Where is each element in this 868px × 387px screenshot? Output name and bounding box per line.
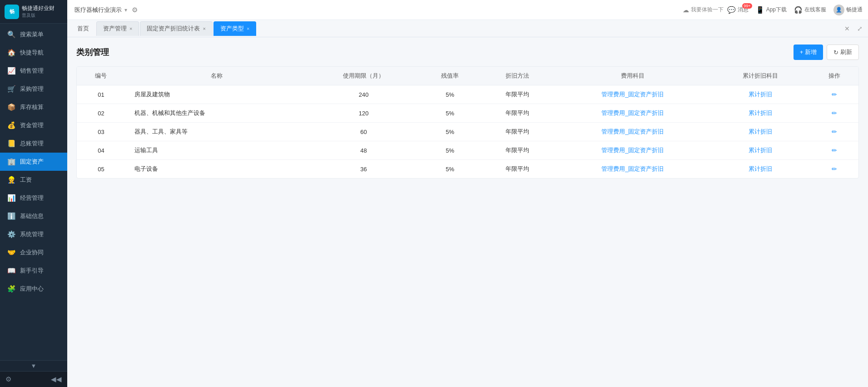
table-row: 02 机器、机械和其他生产设备 120 5% 年限平均 管理费用_固定资产折旧 …: [77, 104, 858, 123]
col-header-4: 折旧方法: [481, 67, 554, 85]
new-button[interactable]: + 新增: [794, 45, 823, 60]
tab-2[interactable]: 固定资产折旧统计表×: [140, 21, 212, 36]
tab-label-3: 资产类型: [220, 25, 244, 33]
settings-icon[interactable]: ⚙: [5, 375, 11, 383]
sidebar-item-4[interactable]: 📦库存核算: [0, 98, 67, 116]
sidebar-item-7[interactable]: 🏢固定资产: [0, 153, 67, 171]
cell-months-2: 60: [308, 123, 420, 141]
sidebar-label-8: 工资: [20, 176, 32, 184]
sidebar-icon-4: 📦: [7, 103, 15, 111]
app-logo-icon: 畅: [5, 5, 19, 19]
sidebar-item-8[interactable]: 👷工资: [0, 171, 67, 189]
service-icon: 🎧: [794, 6, 803, 14]
expand-icon[interactable]: ⤢: [855, 24, 864, 33]
cell-months-4: 36: [308, 160, 420, 179]
cell-expense-3: 管理费用_固定资产折旧: [555, 141, 711, 160]
table-header-row: 编号名称使用期限（月）残值率折旧方法费用科目累计折旧科目操作: [77, 67, 858, 85]
cell-accum-3: 累计折旧: [711, 141, 810, 160]
cell-months-3: 48: [308, 141, 420, 160]
try-experience-btn[interactable]: ☁ 我要体验一下: [683, 6, 724, 14]
message-btn[interactable]: 💬 消息 99+: [727, 6, 749, 14]
tab-close-2[interactable]: ×: [203, 26, 205, 31]
topbar-context: 医疗器械行业演示 ▾ ⚙: [74, 6, 672, 14]
sidebar-item-2[interactable]: 📈销售管理: [0, 62, 67, 80]
sidebar-item-13[interactable]: 📖新手引导: [0, 262, 67, 280]
cell-name-1: 机器、机械和其他生产设备: [125, 104, 308, 123]
tab-label-1: 资产管理: [103, 25, 127, 33]
sidebar-item-6[interactable]: 📒总账管理: [0, 134, 67, 153]
sidebar-scroll-down[interactable]: ▼: [0, 360, 67, 371]
sidebar: 畅 畅捷通好业财 普及版 🔍搜索菜单🏠快捷导航📈销售管理🛒采购管理📦库存核算💰资…: [0, 0, 67, 387]
cell-residual-0: 5%: [419, 85, 481, 104]
col-header-6: 累计折旧科目: [711, 67, 810, 85]
page-title: 类别管理: [76, 47, 109, 58]
sidebar-item-3[interactable]: 🛒采购管理: [0, 80, 67, 98]
sidebar-label-12: 企业协同: [20, 248, 44, 257]
table-row: 05 电子设备 36 5% 年限平均 管理费用_固定资产折旧 累计折旧 ✏: [77, 160, 858, 179]
cell-accum-0: 累计折旧: [711, 85, 810, 104]
cell-months-0: 240: [308, 85, 420, 104]
cloud-icon: ☁: [683, 6, 689, 14]
tab-label-2: 固定资产折旧统计表: [147, 25, 200, 33]
sidebar-item-9[interactable]: 📊经营管理: [0, 189, 67, 207]
tab-1[interactable]: 资产管理×: [96, 21, 139, 36]
tab-label-0: 首页: [77, 25, 89, 33]
category-table-wrapper: 编号名称使用期限（月）残值率折旧方法费用科目累计折旧科目操作 01 房屋及建筑物…: [76, 66, 859, 179]
sidebar-icon-11: ⚙️: [7, 230, 15, 238]
edit-icon-0[interactable]: ✏: [832, 91, 837, 98]
sidebar-icon-10: ℹ️: [7, 212, 15, 220]
sidebar-item-10[interactable]: ℹ️基础信息: [0, 207, 67, 225]
edit-icon-4[interactable]: ✏: [832, 165, 837, 173]
customer-service-btn[interactable]: 🎧 在线客服: [794, 6, 826, 14]
cell-name-0: 房屋及建筑物: [125, 85, 308, 104]
tab-close-3[interactable]: ×: [247, 26, 249, 31]
cell-accum-2: 累计折旧: [711, 123, 810, 141]
sidebar-item-1[interactable]: 🏠快捷导航: [0, 44, 67, 62]
cell-residual-3: 5%: [419, 141, 481, 160]
sidebar-label-10: 基础信息: [20, 212, 44, 220]
edit-icon-1[interactable]: ✏: [832, 109, 837, 117]
cell-action-1[interactable]: ✏: [810, 104, 858, 123]
table-row: 04 运输工具 48 5% 年限平均 管理费用_固定资产折旧 累计折旧 ✏: [77, 141, 858, 160]
edit-icon-3[interactable]: ✏: [832, 147, 837, 154]
sidebar-item-12[interactable]: 🤝企业协同: [0, 243, 67, 262]
user-profile-btn[interactable]: 👤 畅捷通: [833, 5, 863, 15]
sidebar-item-14[interactable]: 🧩应用中心: [0, 280, 67, 298]
edit-icon-2[interactable]: ✏: [832, 128, 837, 135]
download-icon: 📱: [756, 6, 764, 14]
cell-action-0[interactable]: ✏: [810, 85, 858, 104]
col-header-3: 残值率: [419, 67, 481, 85]
tab-close-1[interactable]: ×: [129, 26, 132, 31]
tab-0[interactable]: 首页: [71, 21, 95, 36]
cell-action-3[interactable]: ✏: [810, 141, 858, 160]
main-area: 医疗器械行业演示 ▾ ⚙ ☁ 我要体验一下 💬 消息 99+ 📱 App下载 🎧…: [67, 0, 868, 387]
refresh-icon: ↻: [833, 49, 838, 56]
context-settings-icon[interactable]: ⚙: [132, 6, 138, 14]
sidebar-label-6: 总账管理: [20, 139, 44, 148]
col-header-2: 使用期限（月）: [308, 67, 420, 85]
table-body: 01 房屋及建筑物 240 5% 年限平均 管理费用_固定资产折旧 累计折旧 ✏…: [77, 85, 858, 179]
refresh-button[interactable]: ↻ 刷新: [827, 45, 859, 60]
table-row: 03 器具、工具、家具等 60 5% 年限平均 管理费用_固定资产折旧 累计折旧…: [77, 123, 858, 141]
sidebar-item-0[interactable]: 🔍搜索菜单: [0, 25, 67, 44]
sidebar-label-13: 新手引导: [20, 267, 44, 275]
close-tab-icon[interactable]: ✕: [843, 24, 852, 33]
context-dropdown-arrow[interactable]: ▾: [124, 7, 127, 13]
app-download-btn[interactable]: 📱 App下载: [756, 6, 787, 14]
sidebar-item-11[interactable]: ⚙️系统管理: [0, 225, 67, 243]
collapse-icon[interactable]: ◀◀: [51, 375, 62, 383]
sidebar-nav: 🔍搜索菜单🏠快捷导航📈销售管理🛒采购管理📦库存核算💰资金管理📒总账管理🏢固定资产…: [0, 24, 67, 360]
sidebar-icon-14: 🧩: [7, 285, 15, 293]
cell-action-2[interactable]: ✏: [810, 123, 858, 141]
sidebar-item-5[interactable]: 💰资金管理: [0, 116, 67, 134]
cell-residual-1: 5%: [419, 104, 481, 123]
topbar: 医疗器械行业演示 ▾ ⚙ ☁ 我要体验一下 💬 消息 99+ 📱 App下载 🎧…: [67, 0, 868, 20]
tabbar: 首页资产管理×固定资产折旧统计表×资产类型× ✕ ⤢: [67, 20, 868, 37]
cell-expense-1: 管理费用_固定资产折旧: [555, 104, 711, 123]
cell-action-4[interactable]: ✏: [810, 160, 858, 179]
cell-months-1: 120: [308, 104, 420, 123]
table-row: 01 房屋及建筑物 240 5% 年限平均 管理费用_固定资产折旧 累计折旧 ✏: [77, 85, 858, 104]
sidebar-label-0: 搜索菜单: [20, 30, 44, 39]
cell-name-4: 电子设备: [125, 160, 308, 179]
tab-3[interactable]: 资产类型×: [213, 21, 256, 36]
